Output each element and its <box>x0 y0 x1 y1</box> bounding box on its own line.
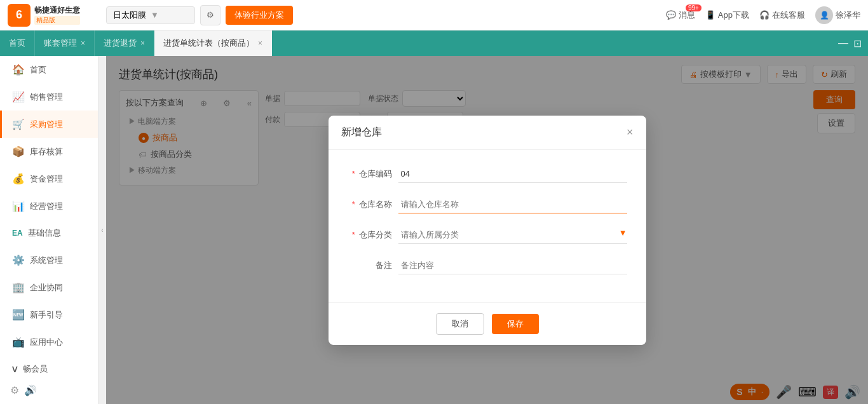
system-icon: ⚙️ <box>12 254 25 266</box>
modal-overlay[interactable]: 新增仓库 × * 仓库编码 * <box>106 56 868 404</box>
tab-maximize-btn[interactable]: ⊡ <box>853 37 862 50</box>
tab-return[interactable]: 进货退货 × <box>95 30 154 56</box>
tab-return-label: 进货退货 <box>104 37 137 49</box>
type-select-row: ▼ <box>398 226 627 244</box>
required-mark-type: * <box>352 230 355 239</box>
main-layout: 🏠 首页 📈 销售管理 🛒 采购管理 📦 库存核算 💰 资金管理 📊 经营管理 … <box>0 56 868 404</box>
type-label: * 仓库分类 <box>348 229 398 241</box>
online-service-item[interactable]: 🎧 在线客服 <box>759 10 805 21</box>
content-area: 进货单统计(按商品) 🖨 按模板打印 ▼ ↑ 导出 ↻ 刷新 <box>106 56 868 404</box>
type-dropdown-arrow[interactable]: ▼ <box>619 228 627 238</box>
dialog-footer: 取消 保存 <box>329 302 646 345</box>
stock-icon: 📦 <box>12 145 25 158</box>
code-label: * 仓库编码 <box>348 168 398 180</box>
tab-controls: — ⊡ <box>832 30 868 56</box>
sidebar-item-finance[interactable]: 💰 资金管理 <box>0 165 98 192</box>
sidebar-item-label: 销售管理 <box>30 91 63 103</box>
top-center: 日太阳膜 ▼ ⚙ 体验行业方案 <box>106 5 666 25</box>
volume-icon[interactable]: 🔊 <box>24 384 37 396</box>
sidebar-item-label: 经营管理 <box>30 201 63 212</box>
sidebar-item-label: 系统管理 <box>30 255 63 266</box>
sidebar-item-label: 应用中心 <box>30 337 63 348</box>
name-input[interactable] <box>398 196 627 213</box>
dialog-header: 新增仓库 × <box>329 116 646 150</box>
sales-icon: 📈 <box>12 91 25 103</box>
sidebar: 🏠 首页 📈 销售管理 🛒 采购管理 📦 库存核算 💰 资金管理 📊 经营管理 … <box>0 56 98 404</box>
sidebar-item-label: 采购管理 <box>30 119 63 130</box>
sidebar-item-home[interactable]: 🏠 首页 <box>0 56 98 83</box>
purchase-icon: 🛒 <box>12 118 25 130</box>
dialog-title: 新增仓库 <box>341 126 382 139</box>
store-dropdown-arrow: ▼ <box>151 10 188 20</box>
tab-stats-label: 进货单统计表（按商品） <box>163 37 254 49</box>
required-mark: * <box>352 169 355 178</box>
sidebar-item-label: 畅会员 <box>23 363 48 375</box>
gear-button[interactable]: ⚙ <box>200 5 220 25</box>
tab-account-label: 账套管理 <box>44 37 77 49</box>
tab-stats[interactable]: 进货单统计表（按商品） × <box>154 30 272 56</box>
message-badge: 99+ <box>686 4 702 11</box>
sidebar-item-stock[interactable]: 📦 库存核算 <box>0 138 98 165</box>
settings-bottom-icon[interactable]: ⚙ <box>10 384 19 396</box>
sidebar-item-basic[interactable]: EA 基础信息 <box>0 220 98 246</box>
form-row-code: * 仓库编码 <box>348 165 627 183</box>
type-input[interactable] <box>398 226 619 239</box>
sidebar-item-appcenter[interactable]: 📺 应用中心 <box>0 328 98 356</box>
sidebar-item-label: 新手引导 <box>30 309 63 321</box>
top-right: 💬 消息 99+ 📱 App下载 🎧 在线客服 👤 徐泽华 <box>666 6 860 24</box>
code-input[interactable] <box>398 165 627 183</box>
new-warehouse-dialog: 新增仓库 × * 仓库编码 * <box>329 116 646 345</box>
tab-return-close[interactable]: × <box>140 39 145 48</box>
tab-minimize-btn[interactable]: — <box>838 37 848 49</box>
message-icon: 💬 <box>666 10 676 20</box>
sidebar-item-label: 基础信息 <box>28 227 61 239</box>
tab-stats-close[interactable]: × <box>258 39 262 48</box>
logo-icon: 6 <box>8 4 31 27</box>
member-icon: V <box>12 365 18 374</box>
enterprise-icon: 🏢 <box>12 281 25 293</box>
trial-button[interactable]: 体验行业方案 <box>226 6 293 25</box>
logo-area: 6 畅捷通好生意 精品版 <box>8 4 106 27</box>
appcenter-icon: 📺 <box>12 336 25 348</box>
avatar: 👤 <box>815 6 833 24</box>
required-mark-name: * <box>352 199 355 209</box>
sidebar-item-newbie[interactable]: 🆕 新手引导 <box>0 301 98 328</box>
app-icon: 📱 <box>705 10 715 20</box>
sidebar-item-enterprise[interactable]: 🏢 企业协同 <box>0 274 98 301</box>
newbie-icon: 🆕 <box>12 309 25 321</box>
sidebar-item-system[interactable]: ⚙️ 系统管理 <box>0 246 98 274</box>
cancel-button[interactable]: 取消 <box>436 313 484 335</box>
dialog-close-button[interactable]: × <box>627 126 634 139</box>
top-bar: 6 畅捷通好生意 精品版 日太阳膜 ▼ ⚙ 体验行业方案 💬 消息 99+ 📱 … <box>0 0 868 30</box>
headphone-icon: 🎧 <box>759 10 770 20</box>
tab-home[interactable]: 首页 <box>0 30 35 56</box>
tab-bar: 首页 账套管理 × 进货退货 × 进货单统计表（按商品） × — ⊡ <box>0 30 868 56</box>
home-icon: 🏠 <box>12 64 25 76</box>
app-download-item[interactable]: 📱 App下载 <box>705 10 749 21</box>
tab-account[interactable]: 账套管理 × <box>35 30 95 56</box>
store-selector[interactable]: 日太阳膜 ▼ <box>106 6 195 24</box>
tab-account-close[interactable]: × <box>81 39 85 48</box>
sidebar-item-operation[interactable]: 📊 经营管理 <box>0 192 98 220</box>
sidebar-item-label: 库存核算 <box>30 146 63 158</box>
dialog-body: * 仓库编码 * 仓库名称 <box>329 150 646 302</box>
logo-text: 畅捷通好生意 精品版 <box>34 5 80 25</box>
finance-icon: 💰 <box>12 173 25 185</box>
sidebar-item-label: 企业协同 <box>30 282 63 293</box>
tab-home-label: 首页 <box>9 37 25 49</box>
tab-spacer <box>272 30 832 56</box>
user-item[interactable]: 👤 徐泽华 <box>815 6 860 24</box>
name-label: * 仓库名称 <box>348 199 398 210</box>
sidebar-item-member[interactable]: V 畅会员 <box>0 356 98 382</box>
note-input[interactable] <box>398 257 627 274</box>
basic-icon: EA <box>12 229 23 238</box>
sidebar-item-sales[interactable]: 📈 销售管理 <box>0 83 98 111</box>
messages-item[interactable]: 💬 消息 99+ <box>666 10 695 21</box>
operation-icon: 📊 <box>12 200 25 212</box>
form-row-name: * 仓库名称 <box>348 196 627 213</box>
save-button[interactable]: 保存 <box>492 314 539 334</box>
sidebar-item-purchase[interactable]: 🛒 采购管理 <box>0 111 98 138</box>
sidebar-item-label: 资金管理 <box>30 173 63 185</box>
form-row-type: * 仓库分类 ▼ <box>348 226 627 244</box>
sidebar-collapse-btn[interactable]: ‹ <box>98 56 106 404</box>
